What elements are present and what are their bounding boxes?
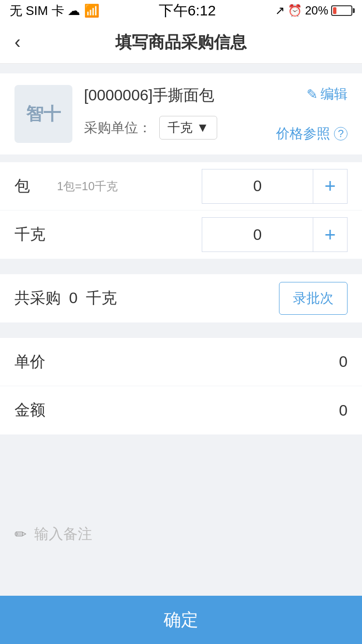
bag-plus-button[interactable]: + xyxy=(313,169,348,204)
summary-value: 0 xyxy=(69,289,78,307)
price-section: 单价 0 金额 0 xyxy=(0,338,362,434)
product-logo: 智十 xyxy=(26,102,61,126)
edit-button[interactable]: ✎ 编辑 xyxy=(306,85,348,103)
divider-3 xyxy=(0,322,362,330)
nav-bar: ‹ 填写商品采购信息 xyxy=(0,21,362,64)
kg-input-wrapper: + xyxy=(202,217,348,252)
sim-status: 无 SIM 卡 ☁ xyxy=(10,2,80,19)
summary-row: 共采购 0 千克 录批次 xyxy=(0,274,362,322)
input-row-kg: 千克 + xyxy=(0,210,362,259)
summary-section: 共采购 0 千克 录批次 xyxy=(0,274,362,322)
purchase-unit-label: 采购单位： xyxy=(84,119,152,137)
quantity-section: 包 1包=10千克 + 千克 + xyxy=(0,162,362,259)
kg-input[interactable] xyxy=(202,217,313,252)
bag-sublabel: 1包=10千克 xyxy=(57,179,118,194)
product-thumbnail: 智十 xyxy=(14,85,72,143)
battery-percent: 20% xyxy=(305,4,328,17)
divider-1 xyxy=(0,154,362,162)
summary-unit: 千克 xyxy=(86,289,117,307)
product-card: 智十 [0000006]手撕面包 采购单位： 千克 ▼ ✎ 编辑 价格参照 ? xyxy=(0,73,362,154)
edit-icon: ✎ xyxy=(306,86,318,102)
input-row-bag: 包 1包=10千克 + xyxy=(0,162,362,210)
note-placeholder: 输入备注 xyxy=(34,524,92,544)
battery-fill xyxy=(333,7,336,14)
bag-label: 包 xyxy=(14,176,53,197)
unit-price-value: 0 xyxy=(339,353,348,371)
amount-label: 金额 xyxy=(14,400,45,421)
unit-select[interactable]: 千克 ▼ xyxy=(159,116,217,140)
info-icon: ? xyxy=(334,127,348,140)
status-right: ↗ ⏰ 20% xyxy=(275,4,352,17)
back-button[interactable]: ‹ xyxy=(14,32,21,53)
dropdown-icon: ▼ xyxy=(196,120,209,135)
edit-label: 编辑 xyxy=(320,85,348,103)
unit-price-label: 单价 xyxy=(14,351,45,373)
status-bar: 无 SIM 卡 ☁ 📶 下午6:12 ↗ ⏰ 20% xyxy=(0,0,362,21)
price-ref-button[interactable]: 价格参照 ? xyxy=(276,125,348,143)
bag-input-wrapper: + xyxy=(202,169,348,204)
wifi-icon: 📶 xyxy=(84,3,99,18)
battery-icon xyxy=(331,5,352,16)
amount-value: 0 xyxy=(339,402,348,420)
status-time: 下午6:12 xyxy=(159,1,216,21)
batch-button[interactable]: 录批次 xyxy=(279,282,348,315)
alarm-icon: ⏰ xyxy=(288,4,302,17)
confirm-button[interactable]: 确定 xyxy=(0,596,362,644)
summary-text: 共采购 0 千克 xyxy=(14,288,117,309)
summary-prefix: 共采购 xyxy=(14,289,61,307)
unit-price-row: 单价 0 xyxy=(0,338,362,386)
kg-label: 千克 xyxy=(14,224,53,245)
price-ref-label: 价格参照 xyxy=(276,125,330,143)
location-icon: ↗ xyxy=(275,4,285,17)
bag-input[interactable] xyxy=(202,169,313,204)
divider-2 xyxy=(0,259,362,266)
note-icon: ✏ xyxy=(14,526,27,543)
page-title: 填写商品采购信息 xyxy=(115,31,247,54)
amount-row: 金额 0 xyxy=(0,386,362,434)
unit-value: 千克 xyxy=(167,119,193,136)
status-left: 无 SIM 卡 ☁ 📶 xyxy=(10,2,99,19)
kg-plus-button[interactable]: + xyxy=(313,217,348,252)
